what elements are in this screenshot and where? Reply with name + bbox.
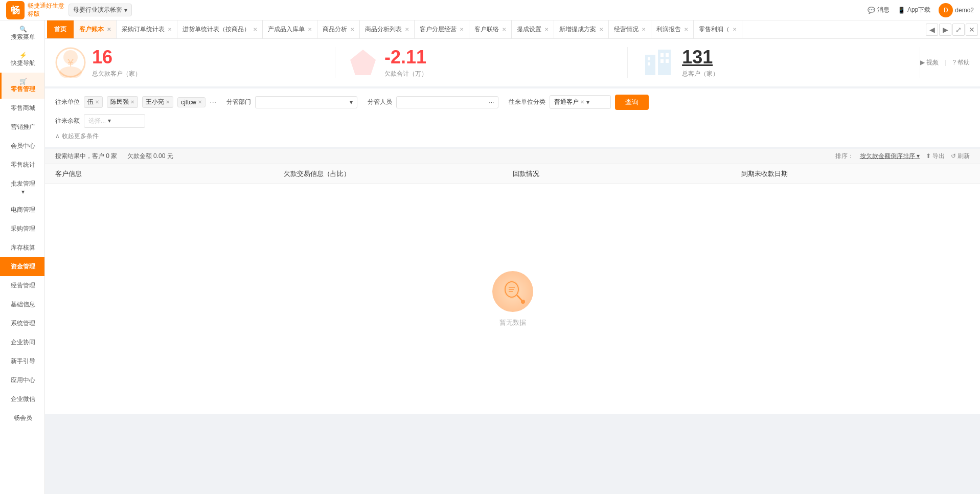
tab-raise-settings[interactable]: 提成设置 ✕ — [512, 20, 554, 39]
chevron-down-icon: ▾ — [586, 99, 589, 106]
stat-overdue-amount-value: -2.11 欠款合计（万） — [384, 47, 427, 78]
tab-home[interactable]: 首页 — [47, 20, 74, 39]
tab-product-analysis-list[interactable]: 商品分析列表 ✕ — [360, 20, 415, 39]
tab-customer-contact[interactable]: 客户联络 ✕ — [469, 20, 512, 39]
tab-close-product-analysis-list[interactable]: ✕ — [405, 27, 409, 32]
sidebar-item-app-center[interactable]: 应用中心 — [0, 371, 44, 390]
tab-new-raise-plan[interactable]: 新增提成方案 ✕ — [554, 20, 609, 39]
sidebar-item-search-menu[interactable]: 🔍 搜索菜单 — [0, 20, 44, 47]
sidebar-item-basic-info[interactable]: 基础信息 — [0, 295, 44, 314]
tab-close-raise-settings[interactable]: ✕ — [544, 27, 549, 32]
sidebar-item-wholesale-mgmt[interactable]: 批发管理 ▾ — [0, 174, 44, 200]
dept-select[interactable]: ▾ — [255, 96, 357, 108]
tab-close-purchase-order[interactable]: ✕ — [168, 27, 172, 32]
sort-select[interactable]: 按欠款金额倒序排序 ▾ — [860, 152, 920, 161]
sidebar-item-purchase[interactable]: 采购管理 — [0, 219, 44, 238]
filter-tag-unit-4: cjttcw ✕ — [177, 97, 206, 107]
svg-point-16 — [521, 300, 525, 304]
tab-close-operation-status[interactable]: ✕ — [642, 27, 646, 32]
svg-rect-8 — [648, 62, 650, 65]
balance-select[interactable]: 选择... ▾ — [84, 114, 145, 128]
tab-purchase-order[interactable]: 采购订单统计表 ✕ — [117, 20, 177, 39]
svg-rect-6 — [658, 50, 671, 75]
sidebar-item-system[interactable]: 系统管理 — [0, 314, 44, 333]
export-button[interactable]: ⬆ 导出 — [926, 152, 945, 161]
person-select[interactable]: ··· — [396, 96, 498, 108]
tab-prev-button[interactable]: ◀ — [926, 24, 938, 36]
sidebar-item-ecommerce[interactable]: 电商管理 — [0, 200, 44, 219]
sidebar-item-retail-mall[interactable]: 零售商城 — [0, 99, 44, 118]
filter-tag-unit-3: 王小亮 ✕ — [142, 96, 173, 108]
stat-overdue-customers: ¥ 16 总欠款客户（家） — [55, 47, 335, 78]
remove-unit-1-button[interactable]: ✕ — [95, 99, 99, 105]
tab-close-customer-account[interactable]: ✕ — [107, 27, 111, 32]
message-button[interactable]: 💬 消息 — [868, 6, 890, 14]
chevron-down-icon: ▾ — [350, 99, 353, 106]
col-payment: 回款情况 — [513, 169, 741, 178]
sidebar-item-enterprise-collab[interactable]: 企业协同 — [0, 333, 44, 352]
unit-class-select[interactable]: 普通客户 ✕ ▾ — [550, 95, 611, 109]
refresh-button[interactable]: ↺ 刷新 — [951, 152, 970, 161]
svg-rect-9 — [660, 53, 664, 57]
remove-class-button[interactable]: ✕ — [580, 99, 584, 105]
tab-profit-report[interactable]: 利润报告 ✕ — [651, 20, 694, 39]
chevron-down-icon: ▾ — [124, 7, 127, 14]
sidebar-item-vip-member[interactable]: 畅会员 — [0, 409, 44, 428]
user-menu[interactable]: D demo2 — [939, 3, 974, 17]
top-bar-right: 💬 消息 📱 App下载 D demo2 — [868, 3, 974, 17]
tab-maximize-button[interactable]: ⤢ — [952, 24, 965, 36]
stat-overdue-customers-value: 16 总欠款客户（家） — [92, 47, 141, 78]
tab-close-all-button[interactable]: ✕ — [966, 24, 978, 36]
tab-retail-profit[interactable]: 零售利润（ ✕ — [694, 20, 742, 39]
sidebar-item-marketing[interactable]: 营销推广 — [0, 118, 44, 137]
sidebar-item-quick-nav[interactable]: ⚡ 快捷导航 — [0, 47, 44, 73]
help-link[interactable]: ? 帮助 — [952, 58, 970, 67]
app-download-button[interactable]: 📱 App下载 — [898, 6, 930, 14]
sidebar-item-inventory[interactable]: 库存核算 — [0, 238, 44, 257]
tab-close-cost-in[interactable]: ✕ — [308, 27, 312, 32]
collapse-button[interactable]: ∧ 收起更多条件 — [55, 132, 970, 141]
remove-unit-4-button[interactable]: ✕ — [198, 99, 202, 105]
sidebar-item-retail-stats[interactable]: 零售统计 — [0, 155, 44, 174]
sidebar-item-enterprise-wechat[interactable]: 企业微信 — [0, 390, 44, 409]
tab-cost-in[interactable]: 产成品入库单 ✕ — [263, 20, 317, 39]
sidebar-item-member-center[interactable]: 会员中心 — [0, 137, 44, 155]
tab-customer-segment[interactable]: 客户分层经营 ✕ — [415, 20, 469, 39]
tab-close-retail-profit[interactable]: ✕ — [733, 27, 737, 32]
more-units-button[interactable]: ··· — [210, 98, 216, 107]
query-button[interactable]: 查询 — [615, 95, 649, 110]
tab-close-customer-contact[interactable]: ✕ — [502, 27, 506, 32]
tab-controls: ◀ ▶ ⤢ ✕ — [926, 24, 978, 36]
tab-close-new-raise-plan[interactable]: ✕ — [599, 27, 603, 32]
sidebar-item-retail-mgmt[interactable]: 🛒 零售管理 — [0, 73, 44, 99]
sidebar-item-new-guide[interactable]: 新手引导 — [0, 352, 44, 371]
sidebar: 🔍 搜索菜单 ⚡ 快捷导航 🛒 零售管理 零售商城 营销推广 会员中心 零售统计… — [0, 20, 45, 494]
tab-customer-account[interactable]: 客户账本 ✕ — [74, 20, 117, 39]
help-icon: ? — [952, 59, 956, 66]
tab-next-button[interactable]: ▶ — [939, 24, 951, 36]
tab-close-customer-segment[interactable]: ✕ — [460, 27, 464, 32]
tab-operation-status[interactable]: 经营情况 ✕ — [609, 20, 651, 39]
remove-unit-3-button[interactable]: ✕ — [166, 99, 170, 105]
filter-tag-class: 普通客户 ✕ — [554, 98, 584, 106]
org-selector[interactable]: 母婴行业演示帐套 ▾ — [69, 4, 132, 16]
sidebar-item-operation[interactable]: 经营管理 — [0, 276, 44, 295]
tab-close-profit-report[interactable]: ✕ — [684, 27, 688, 32]
tab-product-analysis[interactable]: 商品分析 ✕ — [317, 20, 360, 39]
col-due-date: 到期未收款日期 — [741, 169, 970, 178]
tab-close-purchase-stat[interactable]: ✕ — [253, 27, 257, 32]
search-icon: 🔍 — [5, 26, 41, 33]
stat-icon-diamond — [348, 47, 378, 78]
tab-purchase-stat[interactable]: 进货单统计表（按商品） ✕ — [177, 20, 263, 39]
remove-unit-2-button[interactable]: ✕ — [130, 99, 134, 105]
video-link[interactable]: ▶ 视频 — [920, 58, 939, 67]
tab-close-product-analysis[interactable]: ✕ — [350, 27, 354, 32]
stats-row: ¥ 16 总欠款客户（家） -2 — [45, 39, 980, 86]
refresh-icon: ↺ — [951, 152, 956, 160]
empty-illustration — [492, 271, 533, 312]
logo-area: 畅 畅捷通好生意 标版 — [6, 1, 64, 19]
top-bar-left: 畅 畅捷通好生意 标版 母婴行业演示帐套 ▾ — [6, 1, 132, 19]
sidebar-item-finance[interactable]: 资金管理 — [0, 257, 44, 276]
logo-icon: 畅 — [6, 1, 25, 19]
logo-text: 畅捷通好生意 标版 — [28, 2, 64, 18]
